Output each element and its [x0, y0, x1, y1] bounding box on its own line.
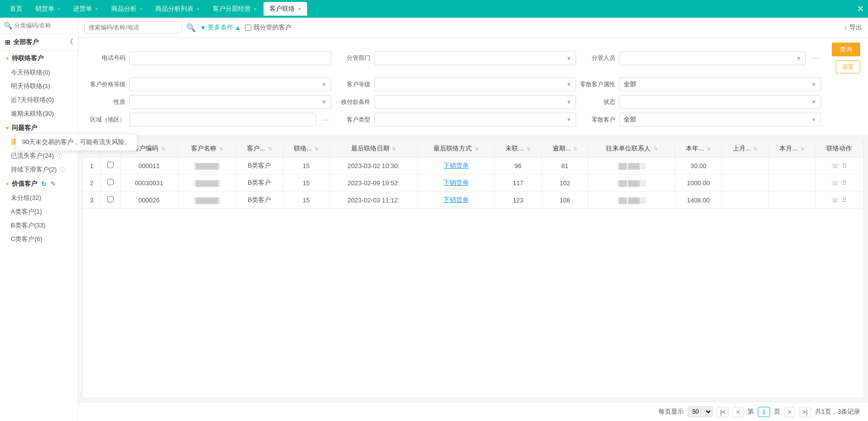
page-label: 第: [747, 407, 754, 416]
tab-customer-contact-close[interactable]: ×: [298, 6, 301, 12]
col-this-month[interactable]: 本月... ⇅: [769, 140, 816, 157]
contact-icon[interactable]: ☏: [831, 179, 839, 187]
export-button[interactable]: ↑ 导出: [844, 23, 863, 32]
price-level-select[interactable]: ▼: [129, 77, 331, 91]
next-page-button[interactable]: >: [784, 407, 795, 417]
row-overdue: 102: [541, 174, 588, 192]
contact-icon[interactable]: ☏: [831, 197, 839, 204]
sidebar-item-7day-contact[interactable]: 近7天待联络(0): [0, 93, 78, 107]
last-page-button[interactable]: >|: [799, 407, 811, 417]
prev-page-button[interactable]: <: [733, 407, 744, 417]
tab-purchase-close[interactable]: ×: [95, 6, 98, 12]
sidebar-search-input[interactable]: [14, 22, 74, 29]
tab-sales-close[interactable]: ×: [57, 6, 60, 12]
query-button[interactable]: 查询: [832, 43, 860, 56]
sidebar-item-b-class[interactable]: B类客户(33): [0, 219, 78, 232]
sidebar-item-churned[interactable]: 已流失客户(24) ⓘ: [0, 149, 78, 163]
row-uncontacted: 117: [495, 174, 542, 192]
row-last-contact-method[interactable]: 下销货单: [417, 174, 495, 192]
sidebar-item-tomorrow-contact[interactable]: 明天待联络(1): [0, 79, 78, 93]
scatter-customer-label: 零散客户: [576, 116, 615, 124]
customer-level-select[interactable]: ▼: [374, 77, 576, 91]
row-checkbox[interactable]: [101, 174, 120, 192]
contact-icon[interactable]: ☏: [831, 162, 839, 170]
more-actions-icon[interactable]: ⠿: [842, 179, 847, 187]
settings-button[interactable]: 设置: [836, 60, 860, 74]
dept-select[interactable]: ▼: [374, 51, 576, 65]
customer-level-chevron-icon: ▼: [566, 81, 572, 87]
row-actions[interactable]: ☏ ⠿: [815, 157, 863, 174]
page-size-select[interactable]: 50 100 200: [688, 406, 713, 417]
col-contact[interactable]: 联络... ⇅: [283, 140, 330, 157]
sidebar-item-a-class[interactable]: A类客户(1): [0, 205, 78, 219]
tab-analysis-list[interactable]: 商品分析列表 ×: [149, 2, 205, 16]
row-actions[interactable]: ☏ ⠿: [815, 192, 863, 209]
row-last-contact-method[interactable]: 下销货单: [417, 157, 495, 174]
filter-search-button[interactable]: 🔍: [186, 23, 196, 32]
first-page-button[interactable]: |<: [717, 407, 729, 417]
col-last-contact-date[interactable]: 最后联络日期 ⇅: [330, 140, 418, 157]
sidebar-collapse-btn[interactable]: 《: [66, 38, 73, 47]
row-index: 1: [83, 157, 101, 174]
close-app-button[interactable]: ✕: [857, 3, 864, 14]
col-this-year[interactable]: 本年... ⇅: [675, 140, 722, 157]
manager-select[interactable]: ▼: [619, 51, 806, 65]
phone-input[interactable]: [129, 51, 331, 65]
col-overdue[interactable]: 逾期... ⇅: [541, 140, 588, 157]
row-checkbox[interactable]: [101, 192, 120, 209]
tab-analysis-close[interactable]: ×: [140, 6, 143, 12]
table-row: 1 000011 ██████ B类客户 15 2023-03-02 10:30…: [83, 157, 864, 174]
tab-customer-tier-close[interactable]: ×: [254, 6, 257, 12]
row-select-checkbox[interactable]: [107, 179, 114, 185]
row-checkbox[interactable]: [101, 157, 120, 174]
col-last-month[interactable]: 上月... ⇅: [722, 140, 769, 157]
dept-chevron-icon: ▼: [566, 55, 572, 61]
my-customers-checkbox-area[interactable]: 我分管的客户: [245, 23, 291, 32]
my-customers-checkbox[interactable]: [245, 25, 251, 31]
sidebar-item-c-class[interactable]: C类客户(6): [0, 232, 78, 246]
region-select[interactable]: [129, 113, 316, 126]
row-this-year: 30.00: [675, 157, 722, 174]
customer-type-select[interactable]: ▼: [374, 113, 576, 126]
row-select-checkbox[interactable]: [107, 196, 114, 202]
row-last-month: [722, 157, 769, 174]
col-name[interactable]: 客户名称 ⇅: [178, 140, 236, 157]
sidebar-item-declining[interactable]: 持续下滑客户(2) ⓘ: [0, 163, 78, 176]
filter-search-input[interactable]: [84, 22, 182, 33]
tab-purchase[interactable]: 进货单 ×: [67, 2, 104, 16]
value-arrow-icon: ▼: [5, 181, 10, 187]
sidebar-all-customers[interactable]: ⊞ 全部客户 《: [0, 34, 78, 51]
col-last-contact-method[interactable]: 最后联络方式 ⇅: [417, 140, 495, 157]
tab-analysis[interactable]: 商品分析 ×: [105, 2, 148, 16]
tab-customer-contact[interactable]: 客户联络 ×: [264, 2, 307, 16]
status-select[interactable]: ▼: [619, 95, 821, 109]
col-contacts[interactable]: 往来单位联系人 ⇅: [588, 140, 675, 157]
tab-sales[interactable]: 销货单 ×: [29, 2, 66, 16]
sidebar-item-today-contact[interactable]: 今天待联络(0): [0, 66, 78, 79]
col-uncontacted[interactable]: 未联... ⇅: [495, 140, 542, 157]
payment-select[interactable]: ▼: [374, 95, 576, 109]
chevron-up-icon: ▲: [235, 24, 241, 31]
edit-icon[interactable]: ✎: [50, 180, 56, 188]
row-actions[interactable]: ☏ ⠿: [815, 174, 863, 192]
tab-home[interactable]: 首页: [4, 2, 28, 16]
more-conditions-button[interactable]: ▼ 更多条件 ▲: [200, 23, 241, 32]
manager-more-btn[interactable]: ···: [810, 53, 821, 63]
more-actions-icon[interactable]: ⠿: [842, 162, 847, 170]
tab-customer-tier[interactable]: 客户分层经营 ×: [207, 2, 263, 16]
nature-select[interactable]: ▼: [129, 95, 331, 109]
tab-analysis-list-close[interactable]: ×: [196, 6, 199, 12]
row-last-contact-method[interactable]: 下销货单: [417, 192, 495, 209]
sidebar-group-pending-title[interactable]: ▼ 待联络客户: [0, 51, 78, 66]
col-type[interactable]: 客户... ⇅: [236, 140, 283, 157]
sidebar-item-overdue-contact[interactable]: 逾期未联络(30): [0, 107, 78, 121]
sidebar-item-ungroup[interactable]: 未分组(32): [0, 191, 78, 205]
refresh-icon[interactable]: ↻: [41, 180, 47, 188]
region-more-btn[interactable]: ···: [320, 115, 331, 125]
more-actions-icon[interactable]: ⠿: [842, 197, 847, 204]
row-select-checkbox[interactable]: [107, 162, 114, 168]
scatter-customer-select[interactable]: 全部 ▼: [619, 113, 821, 126]
scatter-attr-select[interactable]: 全部 ▼: [619, 77, 821, 91]
sidebar-group-value-title[interactable]: ▼ 价值客户 ↻ ✎: [0, 176, 78, 191]
table-row: 2 00030031 ██████ B类客户 15 2023-02-09 19:…: [83, 174, 864, 192]
